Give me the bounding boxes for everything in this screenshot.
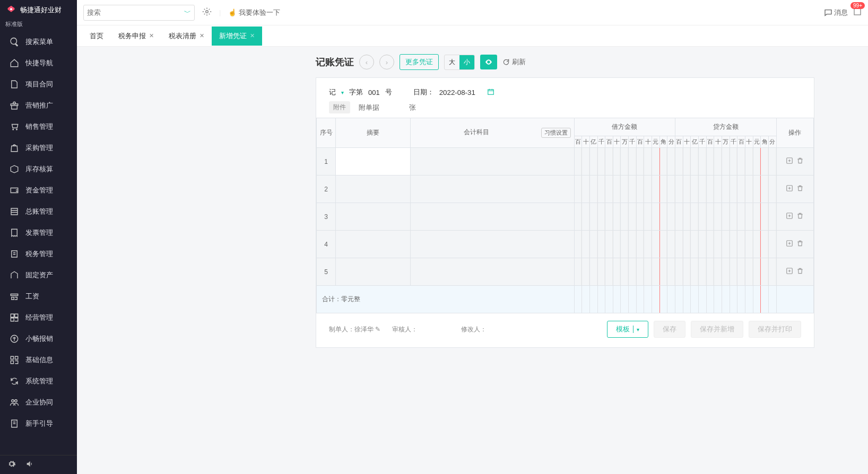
amount-cell[interactable]	[706, 231, 714, 258]
amount-cell[interactable]	[629, 175, 637, 203]
delete-row-icon[interactable]	[796, 240, 804, 249]
amount-cell[interactable]	[683, 231, 691, 258]
amount-cell[interactable]	[574, 258, 582, 286]
amount-cell[interactable]	[722, 175, 730, 203]
subject-cell[interactable]	[410, 175, 574, 203]
amount-cell[interactable]	[667, 148, 675, 175]
amount-cell[interactable]	[691, 258, 699, 286]
settings-icon[interactable]	[202, 7, 212, 18]
amount-cell[interactable]	[574, 148, 582, 175]
amount-cell[interactable]	[768, 231, 776, 258]
amount-cell[interactable]	[737, 258, 745, 286]
amount-cell[interactable]	[737, 203, 745, 231]
amount-cell[interactable]	[730, 148, 737, 175]
amount-cell[interactable]	[691, 148, 699, 175]
sidebar-item-17[interactable]: 企业协同	[0, 392, 77, 413]
prev-button[interactable]: ‹	[359, 55, 374, 69]
amount-cell[interactable]	[582, 175, 590, 203]
habit-settings-button[interactable]: 习惯设置	[541, 128, 571, 138]
amount-cell[interactable]	[659, 203, 667, 231]
amount-cell[interactable]	[683, 175, 691, 203]
amount-cell[interactable]	[667, 175, 675, 203]
amount-cell[interactable]	[675, 231, 683, 258]
amount-cell[interactable]	[753, 203, 761, 231]
amount-cell[interactable]	[629, 258, 637, 286]
amount-cell[interactable]	[644, 231, 652, 258]
tab-3[interactable]: 新增凭证✕	[212, 27, 262, 46]
sidebar-item-3[interactable]: 营销推广	[0, 95, 77, 116]
amount-cell[interactable]	[659, 258, 667, 286]
amount-cell[interactable]	[582, 203, 590, 231]
amount-cell[interactable]	[589, 231, 597, 258]
amount-cell[interactable]	[613, 148, 621, 175]
delete-row-icon[interactable]	[796, 267, 804, 276]
amount-cell[interactable]	[714, 231, 722, 258]
chevron-down-icon[interactable]: ﹀	[184, 8, 191, 17]
amount-cell[interactable]	[691, 231, 699, 258]
volume-icon[interactable]	[25, 460, 34, 470]
amount-cell[interactable]	[745, 175, 753, 203]
amount-cell[interactable]	[706, 175, 714, 203]
next-button[interactable]: ›	[379, 55, 394, 69]
amount-cell[interactable]	[574, 231, 582, 258]
summary-cell[interactable]	[336, 203, 410, 231]
close-icon[interactable]: ✕	[149, 32, 154, 39]
amount-cell[interactable]	[589, 203, 597, 231]
amount-cell[interactable]	[659, 175, 667, 203]
amount-cell[interactable]	[582, 148, 590, 175]
amount-cell[interactable]	[761, 258, 769, 286]
summary-cell[interactable]	[336, 258, 410, 286]
add-row-icon[interactable]	[786, 267, 793, 276]
amount-cell[interactable]	[768, 175, 776, 203]
amount-cell[interactable]	[722, 203, 730, 231]
amount-cell[interactable]	[737, 231, 745, 258]
size-big[interactable]: 大	[445, 55, 459, 69]
save-and-new-button[interactable]: 保存并新增	[691, 321, 743, 338]
amount-cell[interactable]	[683, 258, 691, 286]
amount-cell[interactable]	[644, 258, 652, 286]
sidebar-item-16[interactable]: 系统管理	[0, 371, 77, 392]
size-small[interactable]: 小	[459, 55, 474, 69]
delete-row-icon[interactable]	[796, 185, 804, 194]
amount-cell[interactable]	[691, 203, 699, 231]
amount-cell[interactable]	[659, 231, 667, 258]
attachment-button[interactable]: 附件	[329, 101, 350, 113]
amount-cell[interactable]	[652, 148, 660, 175]
amount-cell[interactable]	[613, 231, 621, 258]
add-row-icon[interactable]	[786, 157, 793, 166]
voucher-no[interactable]: 001	[368, 89, 380, 96]
amount-cell[interactable]	[722, 148, 730, 175]
sidebar-item-14[interactable]: 小畅报销	[0, 328, 77, 349]
amount-cell[interactable]	[768, 203, 776, 231]
save-and-print-button[interactable]: 保存并打印	[749, 321, 801, 338]
amount-cell[interactable]	[629, 231, 637, 258]
amount-cell[interactable]	[621, 148, 629, 175]
tab-2[interactable]: 税表清册✕	[161, 27, 212, 46]
amount-cell[interactable]	[613, 203, 621, 231]
search-box[interactable]: ﹀	[83, 5, 195, 21]
amount-cell[interactable]	[605, 203, 613, 231]
sidebar-item-2[interactable]: 项目合同	[0, 74, 77, 95]
amount-cell[interactable]	[745, 148, 753, 175]
amount-cell[interactable]	[683, 148, 691, 175]
sidebar-item-11[interactable]: 固定资产	[0, 265, 77, 286]
close-icon[interactable]: ✕	[250, 32, 255, 39]
amount-cell[interactable]	[605, 175, 613, 203]
calendar-icon[interactable]	[487, 88, 494, 97]
subject-cell[interactable]	[410, 231, 574, 258]
amount-cell[interactable]	[636, 175, 644, 203]
sidebar-item-6[interactable]: 库存核算	[0, 159, 77, 180]
refresh-button[interactable]: 刷新	[502, 57, 526, 67]
amount-cell[interactable]	[605, 231, 613, 258]
close-icon[interactable]: ✕	[199, 32, 204, 39]
amount-cell[interactable]	[644, 203, 652, 231]
amount-cell[interactable]	[597, 203, 605, 231]
amount-cell[interactable]	[675, 175, 683, 203]
amount-cell[interactable]	[644, 148, 652, 175]
amount-cell[interactable]	[605, 148, 613, 175]
sidebar-item-12[interactable]: 工资	[0, 286, 77, 307]
amount-cell[interactable]	[761, 148, 769, 175]
amount-cell[interactable]	[699, 203, 707, 231]
amount-cell[interactable]	[730, 203, 737, 231]
amount-cell[interactable]	[652, 258, 660, 286]
